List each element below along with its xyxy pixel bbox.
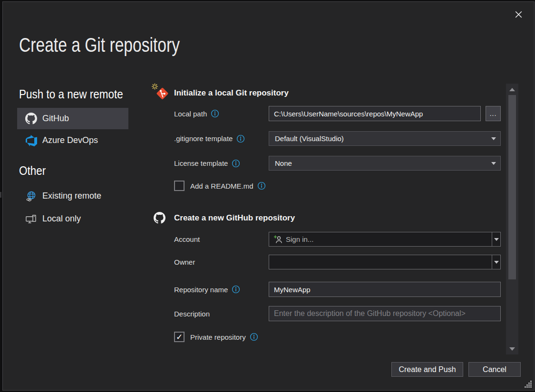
account-label: Account (174, 235, 200, 243)
github-section-icon (154, 212, 165, 226)
scroll-down-icon (509, 347, 515, 351)
sidebar-item-label: Azure DevOps (42, 135, 98, 145)
github-section-heading: Create a new GitHub repository (174, 213, 295, 223)
chevron-down-icon (494, 261, 499, 264)
scroll-up-button[interactable] (506, 84, 518, 95)
gitignore-dropdown[interactable]: Default (VisualStudio) (269, 131, 501, 146)
create-and-push-button[interactable]: Create and Push (391, 362, 463, 377)
info-icon[interactable] (211, 109, 219, 118)
globe-link-icon (25, 190, 37, 202)
close-icon (514, 10, 524, 19)
private-repo-label: Private repository (190, 333, 246, 341)
account-placeholder: Sign in... (286, 235, 313, 243)
sidebar-item-local-only[interactable]: Local only (17, 208, 128, 229)
scrollbar-thumb[interactable] (508, 95, 516, 279)
close-button[interactable] (513, 9, 524, 19)
info-icon[interactable] (232, 159, 240, 168)
browse-button[interactable]: ... (486, 106, 501, 121)
repo-name-input[interactable] (269, 282, 501, 297)
info-icon[interactable] (257, 182, 266, 190)
info-icon[interactable] (236, 134, 245, 143)
background-window-edge (0, 192, 1, 198)
git-new-repo-icon (150, 83, 171, 104)
chevron-down-icon (491, 137, 496, 140)
readme-label: Add a README.md (190, 182, 253, 190)
local-path-input[interactable] (269, 106, 481, 121)
sign-in-user-icon (273, 235, 282, 244)
description-label: Description (174, 310, 210, 318)
private-repo-checkbox[interactable]: ✓ (174, 332, 185, 342)
owner-combobox[interactable] (269, 255, 501, 269)
license-value: None (275, 159, 292, 167)
sidebar-item-label: Existing remote (42, 191, 101, 201)
sidebar-item-azure-devops[interactable]: Azure DevOps (17, 130, 128, 151)
combo-drop-button[interactable] (492, 255, 500, 269)
chevron-down-icon (494, 238, 499, 241)
sidebar-item-github[interactable]: GitHub (17, 108, 128, 129)
dialog-title: Create a Git repository (19, 34, 180, 57)
license-label: License template (174, 159, 228, 167)
gitignore-label: .gitignore template (174, 134, 233, 143)
license-dropdown[interactable]: None (269, 156, 501, 171)
sidebar-item-label: GitHub (42, 114, 69, 124)
local-path-label: Local path (174, 110, 207, 118)
init-section-heading: Initialize a local Git repository (174, 88, 289, 98)
other-heading: Other (19, 164, 46, 178)
scrollbar[interactable] (506, 84, 518, 354)
account-combobox[interactable]: Sign in... (269, 232, 501, 247)
description-input[interactable] (269, 306, 501, 321)
readme-checkbox[interactable] (174, 181, 185, 191)
info-icon[interactable] (250, 333, 258, 341)
github-icon (25, 113, 37, 124)
azure-devops-icon (25, 134, 37, 146)
computer-icon (25, 213, 37, 225)
repo-name-label: Repository name (174, 286, 228, 294)
gitignore-value: Default (VisualStudio) (275, 134, 344, 143)
scroll-up-icon (509, 88, 515, 91)
combo-drop-button[interactable] (492, 232, 500, 246)
owner-label: Owner (174, 258, 195, 266)
resize-grip[interactable] (523, 379, 533, 389)
sidebar-item-existing-remote[interactable]: Existing remote (17, 185, 128, 207)
chevron-down-icon (491, 162, 496, 165)
push-remote-heading: Push to a new remote (19, 87, 123, 101)
cancel-button[interactable]: Cancel (468, 362, 521, 377)
info-icon[interactable] (232, 285, 240, 294)
scroll-down-button[interactable] (506, 343, 518, 354)
sidebar-item-label: Local only (42, 214, 81, 224)
create-git-repo-dialog: Create a Git repository Push to a new re… (2, 1, 535, 391)
